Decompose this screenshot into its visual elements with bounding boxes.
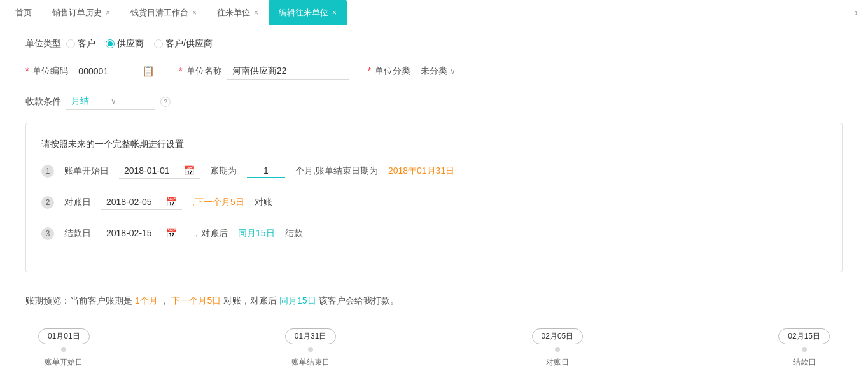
period-date-2: 📅 xyxy=(101,194,182,210)
period-settle-highlight: 同月15日 xyxy=(238,228,275,239)
period-label-1: 账单开始日 xyxy=(64,165,109,177)
timeline-label-2: 账单结束日 xyxy=(291,357,330,368)
period-date-input-2[interactable] xyxy=(106,197,164,207)
help-icon[interactable]: ? xyxy=(160,97,171,107)
radio-customer-label: 客户 xyxy=(78,38,95,50)
tab-cash-work-close[interactable]: × xyxy=(192,9,197,17)
tab-partner-unit-label: 往来单位 xyxy=(217,7,250,18)
chevron-payment-icon: ∨ xyxy=(111,97,150,106)
period-desc-3a: ，对账后 xyxy=(192,228,228,239)
preview-text: 账期预览：当前客户账期是 1个月 ， 下一个月5日 对账，对账后 同月15日 该… xyxy=(25,295,843,307)
period-num-3: 3 xyxy=(41,227,54,240)
unit-category-field: * 单位分类 未分类 ∨ xyxy=(368,63,530,80)
unit-code-label: * 单位编码 xyxy=(25,66,68,77)
tab-more-button[interactable]: › xyxy=(850,7,863,18)
calendar-icon-2[interactable]: 📅 xyxy=(166,197,177,207)
tab-partner-unit[interactable]: 往来单位 × xyxy=(207,0,269,25)
period-date-input-1[interactable] xyxy=(124,165,181,176)
radio-customer-circle xyxy=(66,39,75,48)
period-settings-box: 请按照未来的一个完整帐期进行设置 1 账单开始日 📅 账期为 个月,账单结束日期… xyxy=(25,123,843,272)
timeline-dot-1 xyxy=(61,347,66,352)
period-row-3: 3 结款日 📅 ，对账后 同月15日 结款 xyxy=(41,225,827,241)
tab-edit-partner[interactable]: 编辑往来单位 × xyxy=(269,0,347,25)
calendar-icon-3[interactable]: 📅 xyxy=(166,228,177,238)
timeline-node-3: 02月05日 对账日 xyxy=(532,328,584,368)
period-date-input-3[interactable] xyxy=(106,228,164,238)
radio-customer[interactable]: 客户 xyxy=(66,38,95,50)
payment-terms-label: 收款条件 xyxy=(25,96,61,108)
tab-home-label: 首页 xyxy=(15,7,32,18)
period-row-1: 1 账单开始日 📅 账期为 个月,账单结束日期为 2018年01月31日 xyxy=(41,163,827,179)
period-label-3: 结款日 xyxy=(64,228,91,239)
timeline-node-1: 01月01日 账单开始日 xyxy=(38,328,90,368)
tab-cash-work-label: 钱货日清工作台 xyxy=(130,7,188,18)
unit-name-input[interactable] xyxy=(227,64,349,80)
period-months-input[interactable] xyxy=(247,164,285,178)
payment-terms-row: 收款条件 月结 ∨ ? xyxy=(25,93,843,110)
unit-code-field: * 单位编码 📋 xyxy=(25,62,160,80)
required-star-category: * xyxy=(368,66,371,76)
unit-type-label: 单位类型 xyxy=(25,38,61,50)
period-label-2: 对账日 xyxy=(64,197,91,208)
timeline-nodes: 01月01日 账单开始日 01月31日 账单结束日 02月05日 对账日 02月… xyxy=(38,328,830,368)
unit-code-input-wrapper: 📋 xyxy=(73,62,160,80)
tab-sales-history[interactable]: 销售订单历史 × xyxy=(42,0,120,25)
radio-supplier[interactable]: 供应商 xyxy=(106,38,144,50)
tab-bar: 首页 销售订单历史 × 钱货日清工作台 × 往来单位 × 编辑往来单位 × › xyxy=(0,0,868,25)
required-star-code: * xyxy=(25,66,29,76)
calendar-icon-1[interactable]: 📅 xyxy=(184,165,195,176)
tab-partner-unit-close[interactable]: × xyxy=(254,9,258,17)
tab-edit-partner-close[interactable]: × xyxy=(332,9,337,17)
tab-sales-history-label: 销售订单历史 xyxy=(52,7,102,18)
radio-both-circle xyxy=(154,39,163,48)
preview-middle2: 对账，对账后 xyxy=(223,295,277,306)
timeline-dot-3 xyxy=(555,347,560,352)
timeline-dot-2 xyxy=(308,347,313,352)
timeline-label-4: 结款日 xyxy=(793,357,816,368)
tab-sales-history-close[interactable]: × xyxy=(106,9,110,17)
radio-both-label: 客户/供应商 xyxy=(165,38,213,50)
period-desc-1b: 个月,账单结束日期为 xyxy=(295,165,378,177)
calendar-icon-code[interactable]: 📋 xyxy=(142,65,155,77)
radio-supplier-label: 供应商 xyxy=(117,38,144,50)
timeline-node-2: 01月31日 账单结束日 xyxy=(285,328,337,368)
chevron-down-icon: ∨ xyxy=(450,67,456,76)
preview-middle1: ， xyxy=(160,295,169,306)
unit-code-input[interactable] xyxy=(78,66,142,76)
unit-name-label: * 单位名称 xyxy=(179,66,221,77)
period-row-2: 2 对账日 📅 ,下一个月5日 对账 xyxy=(41,194,827,210)
payment-terms-field: 收款条件 月结 ∨ ? xyxy=(25,93,171,110)
period-desc-1: 账期为 xyxy=(210,165,237,177)
tab-edit-partner-label: 编辑往来单位 xyxy=(279,7,328,18)
preview-part3: 同月15日 xyxy=(279,295,316,306)
unit-info-row: * 单位编码 📋 * 单位名称 * 单位分类 未分类 ∨ xyxy=(25,62,843,80)
timeline-container: 01月01日 账单开始日 01月31日 账单结束日 02月05日 对账日 02月… xyxy=(25,322,843,387)
timeline-badge-3: 02月05日 xyxy=(532,328,584,344)
radio-supplier-circle xyxy=(106,39,115,48)
main-content: 单位类型 客户 供应商 客户/供应商 * 单位编码 xyxy=(0,25,868,387)
tab-cash-work[interactable]: 钱货日清工作台 × xyxy=(120,0,207,25)
unit-category-label: * 单位分类 xyxy=(368,66,410,77)
preview-part2: 下一个月5日 xyxy=(171,295,221,306)
unit-name-field: * 单位名称 xyxy=(179,64,348,80)
period-num-2: 2 xyxy=(41,196,54,209)
required-star-name: * xyxy=(179,66,182,76)
radio-both[interactable]: 客户/供应商 xyxy=(154,38,213,50)
period-date-3: 📅 xyxy=(101,225,182,241)
timeline-label-1: 账单开始日 xyxy=(45,357,83,368)
period-date-1: 📅 xyxy=(119,163,200,179)
timeline-badge-1: 01月01日 xyxy=(38,328,90,344)
preview-suffix: 该客户会给我打款。 xyxy=(319,295,399,306)
payment-terms-value: 月结 xyxy=(71,95,111,107)
tab-home[interactable]: 首页 xyxy=(5,0,42,25)
period-recon-highlight: ,下一个月5日 xyxy=(192,197,244,208)
period-desc-2: 对账 xyxy=(255,197,272,208)
timeline-badge-2: 01月31日 xyxy=(285,328,337,344)
unit-type-row: 单位类型 客户 供应商 客户/供应商 xyxy=(25,38,843,50)
payment-terms-select[interactable]: 月结 ∨ xyxy=(66,93,155,110)
unit-category-select[interactable]: 未分类 ∨ xyxy=(416,63,530,80)
timeline-badge-4: 02月15日 xyxy=(778,328,830,344)
preview-prefix: 账期预览：当前客户账期是 xyxy=(25,295,132,306)
preview-part1: 1个月 xyxy=(135,295,158,306)
timeline-label-3: 对账日 xyxy=(546,357,569,368)
